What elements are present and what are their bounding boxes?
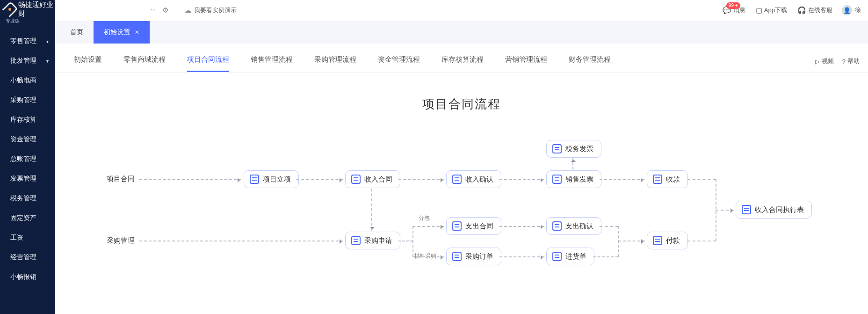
- node-expenditure-contract[interactable]: 支出合同: [446, 217, 501, 235]
- sidebar-item-11[interactable]: 经营管理: [0, 248, 55, 267]
- subtab-1[interactable]: 零售商城流程: [123, 55, 166, 72]
- node-label: 付款: [666, 236, 680, 245]
- mini-label-subcontract: 分包: [419, 214, 430, 222]
- node-project-initiation[interactable]: 项目立项: [244, 170, 299, 188]
- separator: [177, 6, 177, 15]
- sidebar-item-7[interactable]: 发票管理: [0, 169, 55, 189]
- sidebar-item-label: 小畅报销: [10, 273, 36, 281]
- sidebar-item-label: 批发管理: [10, 57, 36, 65]
- play-icon: ▷: [815, 58, 820, 65]
- connector: [499, 256, 544, 257]
- subtab-8[interactable]: 财务管理流程: [569, 55, 611, 72]
- avatar[interactable]: 👤: [842, 5, 852, 15]
- sidebar-item-5[interactable]: 资金管理: [0, 130, 55, 149]
- help-label: 帮助: [847, 57, 860, 66]
- tab-home[interactable]: 首页: [60, 21, 94, 44]
- node-tax-invoice[interactable]: 税务发票: [546, 140, 601, 158]
- node-receipt[interactable]: 收款: [647, 170, 688, 188]
- node-label: 收入合同: [364, 175, 392, 184]
- tab-initial-settings-label: 初始设置: [104, 28, 130, 37]
- connector: [398, 241, 412, 241]
- connector: [593, 256, 618, 257]
- messages-badge: 99 +: [726, 2, 740, 9]
- connector: [398, 179, 444, 180]
- node-goods-receipt[interactable]: 进货单: [546, 248, 594, 265]
- sidebar-item-label: 经营管理: [10, 253, 36, 262]
- sidebar-item-0[interactable]: 零售管理▾: [0, 31, 55, 51]
- sidebar-item-3[interactable]: 采购管理: [0, 90, 55, 110]
- node-label: 采购申请: [364, 236, 392, 245]
- sidebar-item-9[interactable]: 固定资产: [0, 208, 55, 228]
- row-label-purchasing: 采购管理: [107, 236, 135, 245]
- connector: [687, 241, 716, 241]
- connector: [618, 226, 619, 257]
- app-download-label: App下载: [764, 6, 787, 15]
- flow-canvas: 项目合同流程 项目合同 采购管理 项目立项 收入合同 收入确认 销售发票 税务发…: [55, 73, 868, 314]
- node-expenditure-confirm[interactable]: 支出确认: [546, 217, 601, 235]
- video-button[interactable]: ▷视频: [815, 57, 834, 66]
- connector: [499, 226, 544, 227]
- connector: [139, 241, 343, 241]
- chevron-down-icon: ▾: [46, 39, 49, 44]
- sidebar-item-label: 总账管理: [10, 155, 36, 163]
- help-button[interactable]: ?帮助: [842, 57, 860, 66]
- subtab-7[interactable]: 营销管理流程: [505, 55, 547, 72]
- user-name[interactable]: 徐: [855, 6, 861, 15]
- node-label: 支出合同: [465, 222, 493, 231]
- topbar: ﹀ ⚙ ☁ 我要看实例演示 💬 消息 99 + ▢ App下载 🎧 在线客服 👤…: [55, 1, 868, 20]
- node-income-contract-exec-report[interactable]: 收入合同执行表: [736, 201, 812, 219]
- subtab-5[interactable]: 资金管理流程: [378, 55, 420, 72]
- document-icon: [452, 175, 462, 184]
- sidebar-item-12[interactable]: 小畅报销: [0, 267, 55, 287]
- node-income-confirm[interactable]: 收入确认: [446, 170, 501, 188]
- document-icon: [552, 221, 562, 231]
- node-label: 收入确认: [465, 175, 493, 184]
- node-purchase-order[interactable]: 采购订单: [446, 248, 501, 265]
- gear-icon[interactable]: ⚙: [162, 6, 168, 15]
- sidebar-item-8[interactable]: 税务管理: [0, 189, 55, 208]
- messages-button[interactable]: 💬 消息 99 +: [723, 6, 745, 15]
- sidebar-item-1[interactable]: 批发管理▾: [0, 51, 55, 71]
- brand: 畅捷通好业财: [0, 0, 55, 19]
- brand-name: 畅捷通好业财: [18, 0, 55, 18]
- document-icon: [653, 175, 662, 184]
- chevron-down-icon: ▾: [46, 58, 49, 64]
- close-icon[interactable]: ✕: [135, 29, 139, 36]
- sidebar-item-6[interactable]: 总账管理: [0, 149, 55, 169]
- sidebar-item-label: 工资: [10, 234, 23, 242]
- sidebar-item-4[interactable]: 库存核算: [0, 110, 55, 130]
- app-download-button[interactable]: ▢ App下载: [756, 6, 787, 15]
- subtab-0[interactable]: 初始设置: [74, 55, 102, 72]
- node-label: 收入合同执行表: [755, 205, 804, 214]
- subtabbar: 初始设置零售商城流程项目合同流程销售管理流程采购管理流程资金管理流程库存核算流程…: [55, 44, 868, 73]
- connector: [687, 179, 716, 180]
- node-payment[interactable]: 付款: [647, 232, 688, 249]
- subtab-4[interactable]: 采购管理流程: [314, 55, 356, 72]
- phone-icon: ▢: [756, 6, 762, 15]
- node-label: 采购订单: [465, 252, 493, 261]
- node-sales-invoice[interactable]: 销售发票: [546, 170, 601, 188]
- node-label: 收款: [666, 175, 680, 184]
- sidebar-item-label: 固定资产: [10, 214, 36, 222]
- connector: [499, 179, 544, 180]
- sidebar-item-2[interactable]: 小畅电商: [0, 71, 55, 90]
- chevron-down-icon[interactable]: ﹀: [150, 7, 156, 15]
- node-purchase-request[interactable]: 采购申请: [345, 232, 400, 249]
- sidebar-item-label: 零售管理: [10, 37, 36, 45]
- demo-link[interactable]: 我要看实例演示: [194, 6, 237, 15]
- tabbar: 首页 初始设置 ✕: [55, 21, 868, 44]
- service-button[interactable]: 🎧 在线客服: [797, 6, 832, 15]
- subtab-6[interactable]: 库存核算流程: [441, 55, 484, 72]
- document-icon: [351, 175, 361, 184]
- document-icon: [250, 175, 259, 184]
- document-icon: [351, 236, 361, 245]
- sidebar-item-label: 小畅电商: [10, 76, 36, 85]
- node-income-contract[interactable]: 收入合同: [345, 170, 400, 188]
- subtab-2[interactable]: 项目合同流程: [187, 55, 229, 72]
- sidebar-item-10[interactable]: 工资: [0, 228, 55, 248]
- subtab-3[interactable]: 销售管理流程: [251, 55, 293, 72]
- tab-initial-settings[interactable]: 初始设置 ✕: [94, 21, 150, 44]
- connector: [716, 210, 734, 211]
- flow-title: 项目合同流程: [55, 96, 868, 112]
- node-label: 税务发票: [565, 145, 593, 153]
